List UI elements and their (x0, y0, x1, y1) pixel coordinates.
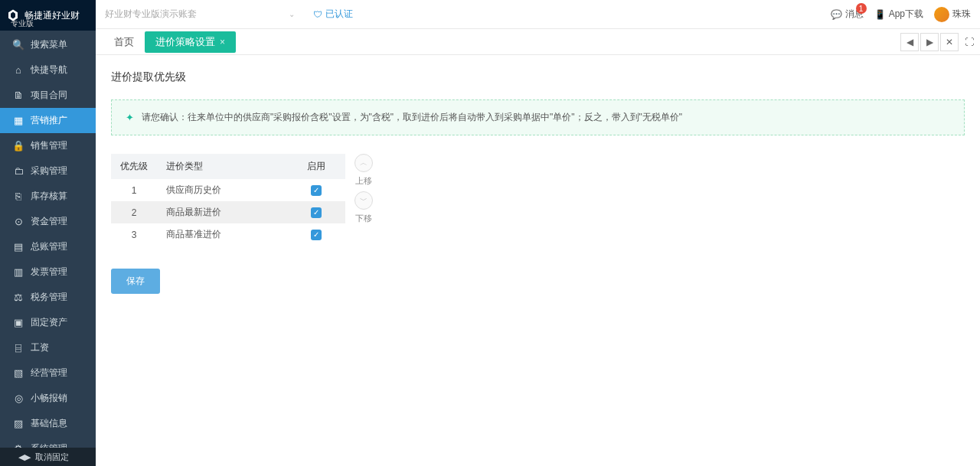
sidebar-menu: 🔍搜索菜单 ⌂快捷导航 🗎项目合同 ▦营销推广 🔒销售管理 🗀采购管理 ⎘库存核… (0, 31, 96, 448)
tab-prev-button[interactable]: ◀ (900, 33, 919, 51)
checkbox-enabled[interactable]: ✓ (311, 230, 322, 240)
fullscreen-button[interactable]: ⛶ (960, 33, 978, 51)
asset-icon: ▣ (12, 317, 24, 329)
priority-table: 优先级 进价类型 启用 1 供应商历史价 ✓ 2 商品最新进价 ✓ 3 (111, 154, 345, 246)
chevron-up-icon: ︿ (354, 154, 373, 172)
shield-icon: 🛡 (313, 9, 322, 20)
sidebar-item-ledger[interactable]: ▤总账管理 (0, 234, 96, 259)
tab-label: 进价策略设置 (155, 35, 215, 49)
sidebar-item-marketing[interactable]: ▦营销推广 (0, 108, 96, 133)
tab-home[interactable]: 首页 (103, 29, 145, 55)
sidebar-item-label: 采购管理 (31, 165, 67, 178)
sidebar-item-label: 基础信息 (31, 417, 67, 430)
sidebar-item-label: 固定资产 (31, 316, 67, 329)
search-icon: 🔍 (12, 39, 24, 51)
ledger-icon: ▤ (12, 241, 24, 253)
sidebar-item-invoice[interactable]: ▥发票管理 (0, 259, 96, 285)
sidebar-item-label: 发票管理 (31, 266, 67, 279)
money-icon: ⊙ (12, 216, 24, 228)
table-row[interactable]: 1 供应商历史价 ✓ (111, 179, 345, 201)
sidebar-item-salary[interactable]: ⌸工资 (0, 335, 96, 360)
sidebar-item-contract[interactable]: 🗎项目合同 (0, 83, 96, 108)
user-menu[interactable]: 珠珠 (934, 7, 971, 22)
brand-edition: 专业版 (11, 18, 34, 29)
sparkle-icon: ✦ (126, 112, 134, 123)
cell-type: 商品最新进价 (157, 201, 287, 223)
tabbar: 首页 进价策略设置 × ◀ ▶ ✕ ⛶ (96, 29, 980, 55)
chevron-down-icon: ﹀ (354, 191, 373, 210)
sidebar-item-label: 项目合同 (31, 89, 67, 102)
topbar: 好业财专业版演示账套 ⌄ 🛡 已认证 💬 消息 1 📱 App下载 珠珠 (96, 0, 980, 29)
cell-type: 供应商历史价 (157, 179, 287, 201)
cell-priority: 2 (111, 201, 157, 223)
info-icon: ▨ (12, 418, 24, 430)
sidebar-item-asset[interactable]: ▣固定资产 (0, 310, 96, 335)
sidebar-item-reimburse[interactable]: ◎小畅报销 (0, 386, 96, 411)
messages-button[interactable]: 💬 消息 1 (831, 8, 864, 21)
move-down-button[interactable]: ﹀ 下移 (354, 191, 373, 224)
folder-icon: 🗀 (12, 165, 24, 178)
messages-count-badge: 1 (856, 3, 867, 14)
app-download-label: App下载 (889, 8, 923, 21)
verified-badge: 🛡 已认证 (313, 8, 353, 21)
sidebar-item-manage[interactable]: ▧经营管理 (0, 360, 96, 386)
app-download-button[interactable]: 📱 App下载 (874, 8, 923, 21)
sidebar-item-baseinfo[interactable]: ▨基础信息 (0, 411, 96, 436)
brand-icon: ◎ (12, 393, 24, 405)
sidebar-item-label: 税务管理 (31, 291, 67, 304)
chevron-left-icon: ◀ (906, 37, 913, 47)
sidebar-footer-label: 取消固定 (35, 451, 69, 463)
sidebar-item-purchase[interactable]: 🗀采购管理 (0, 158, 96, 184)
close-icon[interactable]: × (220, 37, 225, 47)
account-selector[interactable]: 好业财专业版演示账套 ⌄ (105, 8, 295, 21)
avatar (934, 7, 949, 22)
tabbar-controls: ◀ ▶ ✕ ⛶ (900, 33, 980, 51)
phone-icon: 📱 (874, 9, 886, 20)
tab-label: 首页 (114, 35, 134, 49)
checkbox-enabled[interactable]: ✓ (311, 207, 322, 218)
unpin-icon: ◀▶ (18, 452, 31, 462)
move-controls: ︿ 上移 ﹀ 下移 (354, 154, 373, 224)
cell-type: 商品基准进价 (157, 223, 287, 246)
table-row[interactable]: 3 商品基准进价 ✓ (111, 223, 345, 246)
grid-icon: ▦ (12, 115, 24, 127)
sidebar-item-label: 库存核算 (31, 190, 67, 203)
info-text: 请您确认：往来单位中的供应商"采购报价含税"设置，为"含税"，取到进价后将自动带… (142, 111, 682, 124)
sidebar-item-inventory[interactable]: ⎘库存核算 (0, 184, 96, 209)
move-up-label: 上移 (355, 175, 372, 187)
account-name: 好业财专业版演示账套 (105, 8, 197, 21)
sidebar-item-search[interactable]: 🔍搜索菜单 (0, 32, 96, 57)
col-type: 进价类型 (157, 154, 287, 179)
cell-enabled: ✓ (287, 223, 345, 246)
fullscreen-icon: ⛶ (965, 37, 974, 47)
table-row[interactable]: 2 商品最新进价 ✓ (111, 201, 345, 223)
sidebar-item-nav[interactable]: ⌂快捷导航 (0, 57, 96, 83)
col-priority: 优先级 (111, 154, 157, 179)
home-icon: ⌂ (12, 64, 24, 77)
tab-close-all-button[interactable]: ✕ (940, 33, 959, 51)
x-icon: ✕ (946, 37, 953, 47)
info-box: ✦ 请您确认：往来单位中的供应商"采购报价含税"设置，为"含税"，取到进价后将自… (111, 99, 965, 135)
sidebar-item-tax[interactable]: ⚖税务管理 (0, 285, 96, 310)
sidebar-item-system[interactable]: ⚙系统管理 (0, 436, 96, 448)
page-title: 进价提取优先级 (111, 70, 965, 84)
tab-price-strategy[interactable]: 进价策略设置 × (145, 31, 236, 53)
cell-enabled: ✓ (287, 179, 345, 201)
save-button[interactable]: 保存 (111, 269, 160, 294)
topbar-right: 💬 消息 1 📱 App下载 珠珠 (831, 7, 971, 22)
tab-next-button[interactable]: ▶ (920, 33, 939, 51)
chat-icon: 💬 (831, 9, 842, 20)
sidebar-item-label: 销售管理 (31, 139, 67, 152)
main-content: 进价提取优先级 ✦ 请您确认：往来单位中的供应商"采购报价含税"设置，为"含税"… (96, 55, 980, 466)
sidebar-item-funds[interactable]: ⊙资金管理 (0, 209, 96, 234)
lock-icon: 🔒 (12, 140, 24, 152)
checkbox-enabled[interactable]: ✓ (311, 185, 322, 196)
sidebar-unpin-button[interactable]: ◀▶ 取消固定 (0, 448, 96, 466)
chevron-down-icon: ⌄ (289, 10, 295, 18)
move-up-button[interactable]: ︿ 上移 (354, 154, 373, 187)
doc-icon: 🗎 (12, 90, 24, 102)
sidebar: 畅捷通好业财 专业版 🔍搜索菜单 ⌂快捷导航 🗎项目合同 ▦营销推广 🔒销售管理… (0, 0, 96, 466)
sidebar-item-sales[interactable]: 🔒销售管理 (0, 133, 96, 158)
cell-priority: 3 (111, 223, 157, 246)
sidebar-item-label: 快捷导航 (31, 64, 67, 77)
